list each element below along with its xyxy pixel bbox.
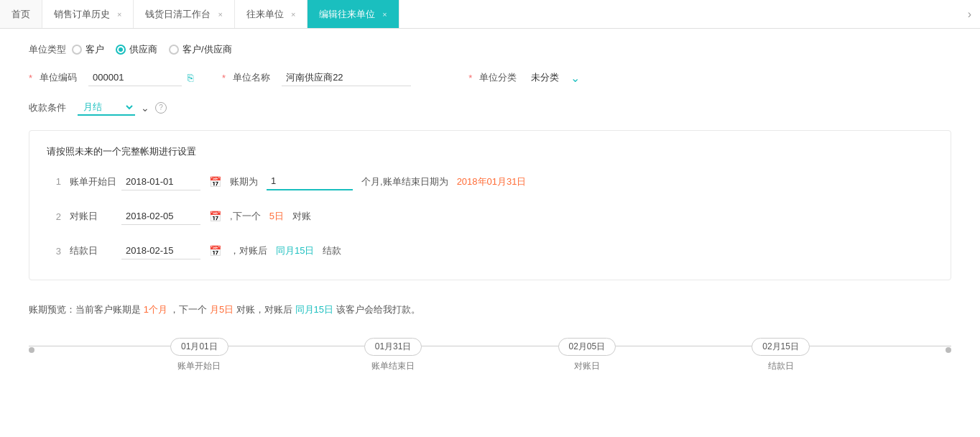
unit-code-input[interactable] [88, 69, 182, 86]
timeline-end-dot [946, 347, 951, 353]
unit-name-field: * 单位名称 [222, 69, 411, 86]
unit-name-label: 单位名称 [233, 71, 270, 84]
unit-code-field: * 单位编码 ⎘ [29, 69, 193, 86]
radio-supplier-label: 供应商 [129, 43, 157, 56]
fields-row: * 单位编码 ⎘ * 单位名称 * 单位分类 未分类 ⌄ [29, 69, 951, 86]
timeline-node-1: 01月01日 账单开始日 [170, 338, 228, 372]
tab-cash-work-close[interactable]: × [218, 10, 222, 19]
radio-customer-label: 客户 [85, 43, 104, 56]
payment-date-calendar-icon[interactable]: 📅 [209, 245, 221, 257]
settings-box: 请按照未来的一个完整帐期进行设置 1 账单开始日 📅 账期为 个月,账单结束日期… [29, 130, 951, 280]
timeline-node-4: 02月15日 结款日 [752, 338, 810, 372]
tab-home[interactable]: 首页 [0, 0, 42, 28]
tab-partner-unit-close[interactable]: × [291, 10, 295, 19]
start-date-input[interactable] [121, 173, 200, 190]
setting-row-2: 2 对账日 📅 ,下一个 5日 对账 [47, 208, 933, 225]
tab-cash-work-label: 钱货日清工作台 [145, 8, 211, 21]
payment-help-icon[interactable]: ? [155, 102, 167, 114]
tab-partner-unit-label: 往来单位 [246, 8, 284, 21]
timeline-node-2: 01月31日 账单结束日 [364, 338, 422, 372]
radio-both[interactable]: 客户/供应商 [169, 43, 232, 56]
radio-both-label: 客户/供应商 [182, 43, 232, 56]
unit-code-label: 单位编码 [40, 71, 77, 84]
setting-row-3: 3 结款日 📅 ，对账后 同月15日 结款 [47, 242, 933, 259]
tab-bar: 首页 销售订单历史 × 钱货日清工作台 × 往来单位 × 编辑往来单位 × › [0, 0, 980, 29]
radio-customer-circle [72, 45, 82, 55]
settings-title: 请按照未来的一个完整帐期进行设置 [47, 145, 933, 158]
radio-supplier-circle [116, 45, 126, 55]
reconcile-date-input[interactable] [121, 208, 200, 225]
tab-sales-history[interactable]: 销售订单历史 × [42, 0, 134, 28]
unit-category-dropdown-icon[interactable]: ⌄ [570, 71, 580, 85]
tab-sales-history-label: 销售订单历史 [54, 8, 110, 21]
timeline-start-dot [29, 347, 34, 353]
radio-supplier[interactable]: 供应商 [116, 43, 157, 56]
tab-cash-work[interactable]: 钱货日清工作台 × [134, 0, 234, 28]
unit-category-label: 单位分类 [479, 71, 517, 84]
timeline-node-3: 02月05日 对账日 [558, 338, 616, 372]
tab-edit-partner-close[interactable]: × [382, 10, 387, 19]
unit-code-copy-icon[interactable]: ⎘ [188, 72, 193, 83]
payment-dropdown-icon[interactable]: ⌄ [141, 102, 149, 114]
payment-row: 收款条件 月结 ⌄ ? [29, 99, 951, 116]
reconcile-date-calendar-icon[interactable]: 📅 [209, 211, 221, 222]
radio-both-circle [169, 45, 179, 55]
timeline: 01月01日 账单开始日 01月31日 账单结束日 02月05日 对账日 02月… [29, 331, 951, 380]
preview-section: 账期预览：当前客户账期是 1个月 ，下一个 月5日 对账，对账后 同月15日 该… [29, 292, 951, 385]
tab-edit-partner[interactable]: 编辑往来单位 × [308, 0, 399, 28]
tab-sales-history-close[interactable]: × [117, 10, 121, 19]
period-input[interactable] [267, 172, 353, 190]
unit-category-field: * 单位分类 未分类 ⌄ [468, 71, 580, 85]
unit-type-radio-group: 客户 供应商 客户/供应商 [72, 43, 232, 56]
tab-edit-partner-label: 编辑往来单位 [319, 8, 375, 21]
tab-expand-button[interactable]: › [959, 0, 980, 28]
start-date-calendar-icon[interactable]: 📅 [209, 176, 221, 188]
payment-select[interactable]: 月结 [78, 99, 135, 116]
unit-name-input[interactable] [282, 69, 411, 86]
payment-date-input[interactable] [121, 242, 200, 259]
unit-type-label: 单位类型 [29, 43, 66, 56]
payment-label: 收款条件 [29, 101, 66, 114]
setting-row-1: 1 账单开始日 📅 账期为 个月,账单结束日期为 2018年01月31日 [47, 172, 933, 190]
tab-home-label: 首页 [11, 8, 30, 21]
main-content: 单位类型 客户 供应商 客户/供应商 * 单位编码 ⎘ [0, 29, 980, 437]
tab-partner-unit[interactable]: 往来单位 × [235, 0, 308, 28]
radio-customer[interactable]: 客户 [72, 43, 104, 56]
unit-type-row: 单位类型 客户 供应商 客户/供应商 [29, 43, 951, 56]
unit-category-value: 未分类 [531, 71, 559, 84]
preview-text: 账期预览：当前客户账期是 1个月 ，下一个 月5日 对账，对账后 同月15日 该… [29, 303, 951, 316]
